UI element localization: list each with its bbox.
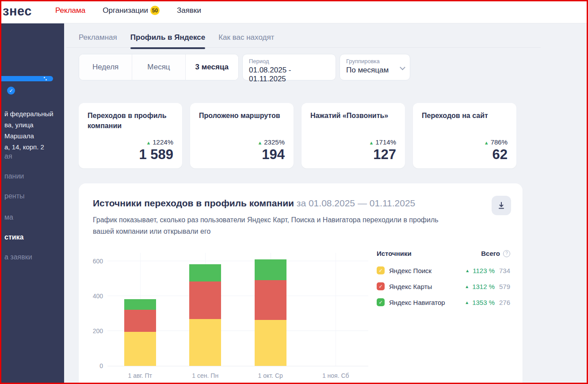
- y-axis-tick-label: 200: [87, 327, 103, 335]
- bar-segment[interactable]: [124, 310, 156, 331]
- increase-triangle-icon: ▲: [484, 140, 489, 145]
- gridline-horizontal: [107, 296, 368, 296]
- legend-change-pct: 1312 %: [472, 283, 495, 290]
- legend-change-pct: 1353 %: [472, 299, 495, 306]
- stat-change: ▲786%: [484, 138, 508, 146]
- grouping-dropdown[interactable]: Группировка По месяцам: [340, 54, 410, 80]
- stat-value: 194: [257, 147, 285, 163]
- bar-segment[interactable]: [189, 319, 221, 366]
- increase-triangle-icon: ▲: [369, 140, 374, 145]
- sidebar-item-1[interactable]: ая: [4, 152, 12, 160]
- bar-segment[interactable]: [255, 320, 286, 366]
- legend-row-navigator: ✓ Яндекс Навигатор ▲ 1353 % 276: [377, 298, 510, 306]
- checkbox-checked-icon[interactable]: ✓: [377, 266, 385, 274]
- range-option-week[interactable]: Неделя: [79, 54, 132, 80]
- y-axis-tick-label: 0: [87, 362, 103, 369]
- download-icon: [497, 202, 505, 209]
- bar-segment[interactable]: [189, 281, 221, 319]
- chart-title: Источники переходов в профиль компании з…: [93, 198, 415, 209]
- stat-cards-row: Переходов в профиль компании ▲1224% 1 58…: [79, 103, 516, 168]
- legend-header: Источники Всего ?: [377, 250, 510, 257]
- legend-change-pct: 1123 %: [473, 267, 495, 274]
- download-button[interactable]: [492, 196, 511, 215]
- verified-check-icon: ✓: [7, 87, 15, 95]
- increase-triangle-icon: ▲: [465, 284, 469, 289]
- chart-legend: Источники Всего ? ✓ Яндекс Поиск ▲ 1123 …: [377, 250, 510, 314]
- stat-value: 62: [484, 147, 508, 163]
- sidebar-item-3[interactable]: ренты: [4, 192, 24, 200]
- increase-triangle-icon: ▲: [465, 268, 470, 273]
- address-line: а, 14, корп. 2: [4, 141, 64, 152]
- stat-change: ▲2325%: [257, 138, 285, 146]
- increase-triangle-icon: ▲: [146, 140, 151, 145]
- bar-stack-2[interactable]: [189, 264, 221, 366]
- address-line: ва, улица Маршала: [4, 119, 64, 141]
- legend-total-value: 734: [498, 267, 510, 274]
- period-label: Период: [249, 58, 329, 65]
- chart-subtitle: График показывает, сколько раз пользоват…: [93, 214, 447, 237]
- top-header: знес Реклама Организации 50 Заявки: [0, 0, 588, 23]
- stat-card-routes: Проложено маршрутов ▲2325% 194: [190, 103, 294, 168]
- legend-total-value: 579: [498, 283, 510, 290]
- stat-card-site-visits: Переходов на сайт ▲786% 62: [413, 103, 516, 168]
- company-address: й федеральный ва, улица Маршала а, 14, к…: [4, 108, 64, 152]
- nav-item-organizacii[interactable]: Организации 50: [103, 6, 160, 15]
- bar-segment[interactable]: [255, 280, 286, 320]
- organizations-count-badge: 50: [150, 6, 160, 15]
- period-value: 01.08.2025 - 01.11.2025: [249, 66, 329, 84]
- top-navigation: Реклама Организации 50 Заявки: [55, 6, 201, 15]
- range-option-month[interactable]: Месяц: [132, 54, 185, 80]
- legend-total-value: 276: [498, 299, 510, 306]
- sidebar-item-2[interactable]: пании: [4, 172, 24, 180]
- legend-toggle-navigator[interactable]: ✓ Яндекс Навигатор: [377, 298, 445, 306]
- yandex-business-logo: знес: [3, 4, 32, 19]
- bar-stack-3[interactable]: [255, 259, 286, 366]
- x-axis-tick-label: 1 окт. Ср: [244, 372, 297, 379]
- legend-toggle-search[interactable]: ✓ Яндекс Поиск: [377, 266, 431, 274]
- period-picker[interactable]: Период 01.08.2025 - 01.11.2025: [242, 54, 336, 80]
- bar-segment[interactable]: [189, 264, 221, 282]
- range-option-3-months[interactable]: 3 месяца: [186, 54, 238, 80]
- nav-item-reklama[interactable]: Реклама: [55, 6, 85, 15]
- sidebar-item-statistics[interactable]: стика: [4, 233, 23, 241]
- bar-segment[interactable]: [124, 332, 156, 366]
- legend-total-header: Всего: [481, 250, 500, 257]
- progress-bar: [0, 76, 53, 81]
- sidebar-item-4[interactable]: ма: [4, 213, 13, 221]
- progress-dot: [46, 79, 47, 80]
- stat-value: 127: [369, 147, 396, 163]
- y-axis-tick-label: 600: [87, 258, 103, 265]
- bar-segment[interactable]: [255, 259, 286, 280]
- tab-reklamnaya[interactable]: Рекламная: [79, 33, 117, 49]
- sidebar-item-6[interactable]: а заявки: [4, 253, 32, 261]
- bar-stack-1[interactable]: [124, 299, 156, 366]
- checkbox-checked-icon[interactable]: ✓: [377, 298, 385, 306]
- gridline-vertical: [336, 253, 336, 366]
- y-axis-tick-label: 400: [87, 293, 103, 300]
- tab-profil-v-yandekse[interactable]: Профиль в Яндексе: [130, 33, 205, 49]
- checkbox-checked-icon[interactable]: ✓: [377, 282, 385, 290]
- legend-toggle-maps[interactable]: ✓ Яндекс Карты: [377, 282, 432, 290]
- increase-triangle-icon: ▲: [465, 300, 469, 305]
- bar-segment[interactable]: [124, 299, 156, 310]
- progress-dot: [44, 77, 45, 78]
- nav-item-zayavki[interactable]: Заявки: [177, 6, 201, 15]
- sources-chart-card: Источники переходов в профиль компании з…: [79, 183, 523, 384]
- grouping-value: По месяцам: [346, 66, 404, 75]
- x-axis-tick-label: 1 ноя. Сб: [309, 372, 362, 379]
- help-icon[interactable]: ?: [503, 250, 510, 257]
- stat-title: Переходов на сайт: [422, 110, 508, 121]
- x-axis-tick-label: 1 авг. Пт: [114, 372, 167, 379]
- stat-change: ▲1224%: [139, 138, 173, 146]
- address-line: й федеральный: [4, 108, 64, 119]
- stat-card-profile-visits: Переходов в профиль компании ▲1224% 1 58…: [79, 103, 182, 168]
- stat-title: Нажатий «Позвонить»: [310, 110, 396, 121]
- gridline-horizontal: [107, 261, 368, 261]
- x-axis-tick-label: 1 сен. Пн: [179, 372, 232, 379]
- stat-value: 1 589: [139, 147, 173, 163]
- stat-title: Проложено маршрутов: [199, 110, 285, 121]
- legend-row-maps: ✓ Яндекс Карты ▲ 1312 % 579: [377, 282, 510, 290]
- stat-title: Переходов в профиль компании: [88, 110, 173, 131]
- increase-triangle-icon: ▲: [257, 140, 262, 145]
- tab-kak-vas-nahodyat[interactable]: Как вас находят: [218, 33, 274, 49]
